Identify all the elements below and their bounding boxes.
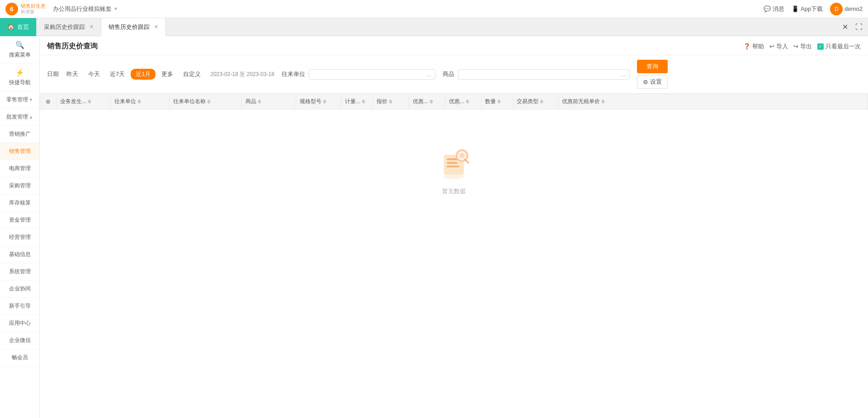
page-actions: ❓ 帮助 ↩ 导入 ↪ 导出 ✓ 只看最后一次 xyxy=(743,43,861,51)
sidebar-item-wechat[interactable]: 企业微信 xyxy=(0,332,39,349)
tab-purchase-close[interactable]: ✕ xyxy=(90,24,94,30)
dropdown-icon: ▼ xyxy=(113,6,118,11)
logo-text: 销售好生意 标准版 xyxy=(21,3,46,14)
th-pretax-price[interactable]: 优惠前无税单价 xyxy=(558,94,868,109)
table-header-row: ⚙ 业务发生... xyxy=(40,94,868,109)
th-trade-type[interactable]: 交易类型 xyxy=(513,94,558,109)
content-area: 销售历史价查询 ❓ 帮助 ↩ 导入 ↪ 导出 ✓ 只看最后一次 xyxy=(40,36,868,418)
sidebar: 🔍 搜索菜单 ⚡ 快捷导航 零售管理 ▼ 批发管理 ▲ 营销推广 销售管理 电商… xyxy=(0,36,40,418)
th-spec[interactable]: 规格型号 xyxy=(296,94,341,109)
sidebar-item-inventory[interactable]: 库存核算 xyxy=(0,195,39,212)
sidebar-item-purchase-mgr[interactable]: 采购管理 xyxy=(0,177,39,195)
sidebar-item-ecommerce[interactable]: 电商管理 xyxy=(0,160,39,177)
sidebar-item-shortcut[interactable]: ⚡ 快捷导航 xyxy=(0,64,39,91)
top-bar: 6 销售好生意 标准版 办公用品行业模拟账套 ▼ 💬 消息 📱 App下载 D … xyxy=(0,0,868,18)
customer-input-dots: ... xyxy=(426,71,431,78)
th-gear[interactable]: ⚙ xyxy=(40,94,57,109)
th-partner[interactable]: 往来单位 xyxy=(111,94,170,109)
th-goods[interactable]: 商品 xyxy=(242,94,296,109)
sort-down-icon xyxy=(207,102,211,104)
sidebar-item-guide[interactable]: 新手引导 xyxy=(0,298,39,315)
sort-down-icon xyxy=(258,102,261,104)
download-icon: 📱 xyxy=(792,5,799,12)
sidebar-item-operation[interactable]: 经营管理 xyxy=(0,229,39,246)
search-icon: 🔍 xyxy=(15,41,24,49)
th-discount1[interactable]: 优惠... xyxy=(409,94,445,109)
sort-down-icon xyxy=(497,102,501,104)
sidebar-item-finance[interactable]: 资金管理 xyxy=(0,212,39,229)
message-button[interactable]: 💬 消息 xyxy=(764,5,784,13)
tab-sales[interactable]: 销售历史价跟踪 ✕ xyxy=(101,18,166,36)
sort-down-icon xyxy=(88,102,91,104)
gear-icon[interactable]: ⚙ xyxy=(46,99,51,105)
sidebar-item-retail[interactable]: 零售管理 ▼ xyxy=(0,91,39,109)
query-button[interactable]: 查询 xyxy=(637,60,668,73)
logo-area: 6 销售好生意 标准版 xyxy=(5,3,46,15)
th-discount2[interactable]: 优惠... xyxy=(445,94,481,109)
empty-icon xyxy=(436,146,472,182)
sidebar-item-search[interactable]: 🔍 搜索菜单 xyxy=(0,36,39,64)
date-btn-custom[interactable]: 自定义 xyxy=(179,69,205,80)
tab-close-all-button[interactable]: ✕ xyxy=(840,21,850,33)
date-btn-1month[interactable]: 近1月 xyxy=(131,69,156,80)
home-icon: 🏠 xyxy=(7,24,14,30)
th-quote[interactable]: 报价 xyxy=(373,94,409,109)
tab-sales-close[interactable]: ✕ xyxy=(154,24,158,30)
sidebar-item-appstore[interactable]: 应用中心 xyxy=(0,315,39,332)
wholesale-expand-icon: ▲ xyxy=(29,114,33,119)
empty-state: 暂无数据 xyxy=(40,109,868,232)
sidebar-item-enterprise[interactable]: 企业协同 xyxy=(0,280,39,298)
filter-area: 日期 昨天 今天 近7天 近1月 更多 自定义 2023-02-18 至 202… xyxy=(40,55,868,94)
date-btn-7days[interactable]: 近7天 xyxy=(106,69,129,80)
sidebar-item-system[interactable]: 系统管理 xyxy=(0,263,39,280)
date-filter-group: 日期 昨天 今天 近7天 近1月 更多 自定义 2023-02-18 至 202… xyxy=(47,69,274,80)
export-icon: ↪ xyxy=(793,43,798,50)
tab-bar-actions: ✕ ⛶ xyxy=(840,21,868,33)
th-partner-name[interactable]: 往来单位名称 xyxy=(170,94,242,109)
tab-home[interactable]: 🏠 首页 xyxy=(0,18,37,36)
sort-up-icon xyxy=(207,100,211,101)
sort-up-icon xyxy=(497,100,501,101)
goods-input[interactable]: ... xyxy=(458,69,630,80)
sort-down-icon xyxy=(429,102,433,104)
sort-up-icon xyxy=(362,100,365,101)
export-button[interactable]: ↪ 导出 xyxy=(793,43,812,51)
app-download-button[interactable]: 📱 App下载 xyxy=(792,5,823,13)
customer-input[interactable]: ... xyxy=(309,69,435,80)
sort-up-icon xyxy=(137,100,141,101)
sort-up-icon xyxy=(323,100,326,101)
date-btn-yesterday[interactable]: 昨天 xyxy=(62,69,82,80)
goods-label: 商品 xyxy=(443,70,454,78)
customer-filter-group: 往来单位 ... xyxy=(282,69,435,80)
sidebar-item-marketing[interactable]: 营销推广 xyxy=(0,126,39,143)
sort-up-icon xyxy=(389,100,392,101)
th-biz-date[interactable]: 业务发生... xyxy=(57,94,111,109)
tab-purchase[interactable]: 采购历史价跟踪 ✕ xyxy=(37,18,101,36)
help-button[interactable]: ❓ 帮助 xyxy=(743,43,764,51)
import-icon: ↩ xyxy=(769,43,774,50)
top-bar-left: 6 销售好生意 标准版 办公用品行业模拟账套 ▼ xyxy=(5,3,122,15)
sidebar-item-sales-mgr[interactable]: 销售管理 xyxy=(0,143,39,160)
last-only-checkbox[interactable]: ✓ xyxy=(817,43,824,50)
sidebar-item-member[interactable]: 畅会员 xyxy=(0,349,39,366)
retail-expand-icon: ▼ xyxy=(29,97,33,102)
last-only-checkbox-label[interactable]: ✓ 只看最后一次 xyxy=(817,43,861,51)
th-qty[interactable]: 数量 xyxy=(481,94,513,109)
goods-filter-group: 商品 ... xyxy=(443,69,630,80)
date-buttons: 昨天 今天 近7天 近1月 更多 自定义 xyxy=(62,69,205,80)
import-button[interactable]: ↩ 导入 xyxy=(769,43,788,51)
th-unit[interactable]: 计量... xyxy=(341,94,373,109)
tab-maximize-button[interactable]: ⛶ xyxy=(854,21,864,33)
page-title: 销售历史价查询 xyxy=(47,42,98,51)
settings-button[interactable]: ⚙ 设置 xyxy=(637,75,668,89)
sidebar-item-basic[interactable]: 基础信息 xyxy=(0,246,39,263)
user-area[interactable]: D demo2 xyxy=(830,3,863,15)
app-selector[interactable]: 办公用品行业模拟账套 ▼ xyxy=(49,3,122,15)
action-buttons: 查询 ⚙ 设置 xyxy=(637,60,668,89)
avatar: D xyxy=(830,3,843,15)
main-table: ⚙ 业务发生... xyxy=(40,94,868,232)
sidebar-item-wholesale[interactable]: 批发管理 ▲ xyxy=(0,109,39,126)
date-btn-today[interactable]: 今天 xyxy=(84,69,104,80)
date-btn-more[interactable]: 更多 xyxy=(157,69,177,80)
sort-down-icon xyxy=(540,102,543,104)
